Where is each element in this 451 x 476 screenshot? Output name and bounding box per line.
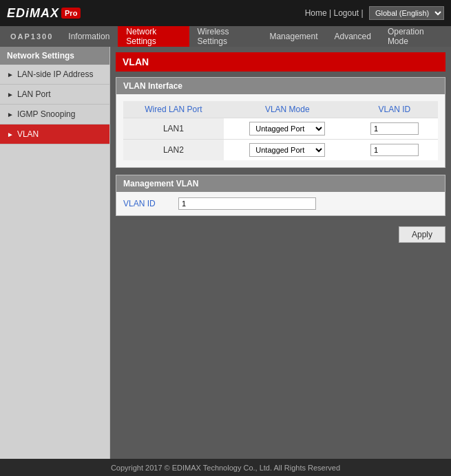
nav-item-network-settings[interactable]: Network Settings [118, 26, 189, 47]
page-title: VLAN [116, 52, 445, 72]
sidebar-item-igmp[interactable]: ► IGMP Snooping [0, 105, 109, 125]
header: EDiMAX Pro Home | Logout | Global (Engli… [0, 0, 451, 26]
mgmt-vlan-row: VLAN ID [116, 192, 445, 215]
lan2-label: LAN2 [123, 140, 224, 161]
vlan-interface-body: Wired LAN Port VLAN Mode VLAN ID LAN1 Un… [116, 94, 445, 167]
apply-button[interactable]: Apply [399, 226, 445, 243]
nav-item-information[interactable]: Information [60, 26, 118, 47]
sidebar-item-vlan[interactable]: ► VLAN [0, 125, 109, 144]
sidebar-item-lan-ip[interactable]: ► LAN-side IP Address [0, 65, 109, 85]
logo: EDiMAX Pro [7, 6, 81, 21]
logo-edimax: EDiMAX [7, 6, 59, 21]
top-nav: OAP1300 Information Network Settings Wir… [0, 26, 451, 47]
col-vlan-mode: VLAN Mode [224, 101, 351, 118]
nav-item-operation-mode[interactable]: Operation Mode [379, 26, 448, 47]
home-link[interactable]: Home [305, 8, 327, 18]
lan2-vlanid-input[interactable] [370, 144, 419, 156]
lan1-label: LAN1 [123, 118, 224, 140]
logo-pro: Pro [61, 8, 81, 19]
nav-item-wireless-settings[interactable]: Wireless Settings [189, 26, 262, 47]
main-wrapper: Network Settings ► LAN-side IP Address ►… [0, 47, 451, 459]
nav-item-management[interactable]: Management [261, 26, 326, 47]
arrow-icon: ► [7, 131, 14, 138]
arrow-icon: ► [7, 91, 14, 98]
mgmt-vlan-id-input[interactable] [178, 197, 316, 210]
management-vlan-title: Management VLAN [116, 175, 445, 192]
table-row: LAN1 Untagged Port Tagged Port Not Membe… [123, 118, 438, 140]
lan2-mode-select[interactable]: Untagged Port Tagged Port Not Member [249, 143, 325, 157]
footer: Copyright 2017 © EDIMAX Technology Co., … [0, 459, 451, 476]
device-name: OAP1300 [3, 32, 60, 41]
table-row: LAN2 Untagged Port Tagged Port Not Membe… [123, 140, 438, 161]
vlan-interface-title: VLAN Interface [116, 78, 445, 94]
content: VLAN VLAN Interface Wired LAN Port VLAN … [110, 47, 451, 459]
mgmt-vlan-id-label: VLAN ID [123, 199, 178, 208]
footer-copyright: Copyright 2017 © EDIMAX Technology Co., … [111, 464, 340, 472]
apply-row: Apply [116, 223, 445, 246]
col-wired-lan-port: Wired LAN Port [123, 101, 224, 118]
col-vlan-id: VLAN ID [351, 101, 438, 118]
nav-items: Information Network Settings Wireless Se… [60, 26, 448, 47]
header-links: Home | Logout | Global (English) Chinese… [305, 6, 444, 20]
lan2-vlanid-cell [351, 140, 438, 161]
lan1-vlanid-cell [351, 118, 438, 140]
lan1-vlanid-input[interactable] [370, 122, 419, 135]
logout-link[interactable]: Logout [334, 8, 359, 18]
sidebar: Network Settings ► LAN-side IP Address ►… [0, 47, 110, 459]
vlan-interface-section: VLAN Interface Wired LAN Port VLAN Mode … [116, 77, 445, 168]
nav-item-advanced[interactable]: Advanced [326, 26, 379, 47]
arrow-icon: ► [7, 111, 14, 118]
lan1-mode-select[interactable]: Untagged Port Tagged Port Not Member [249, 122, 325, 136]
lan1-mode-cell: Untagged Port Tagged Port Not Member [224, 118, 351, 140]
management-vlan-section: Management VLAN VLAN ID [116, 175, 445, 216]
sidebar-title: Network Settings [0, 47, 109, 65]
lan2-mode-cell: Untagged Port Tagged Port Not Member [224, 140, 351, 161]
arrow-icon: ► [7, 71, 14, 78]
vlan-table: Wired LAN Port VLAN Mode VLAN ID LAN1 Un… [123, 101, 438, 160]
language-select[interactable]: Global (English) Chinese Japanese [369, 6, 444, 20]
sidebar-item-lan-port[interactable]: ► LAN Port [0, 85, 109, 105]
